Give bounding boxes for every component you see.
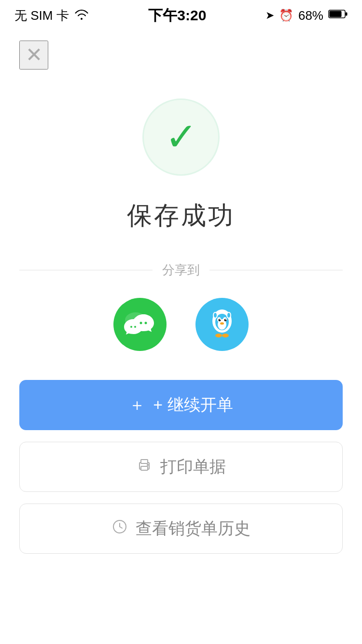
svg-point-22	[214, 313, 217, 318]
svg-point-7	[134, 326, 136, 328]
divider-line-right	[209, 270, 343, 270]
print-label: 打印单据	[160, 456, 226, 478]
wechat-share-button[interactable]	[113, 298, 167, 351]
wechat-icon	[123, 310, 157, 338]
svg-point-17	[220, 322, 224, 325]
history-icon	[111, 518, 128, 539]
battery-text: 68%	[298, 8, 323, 23]
status-bar: 无 SIM 卡 下午3:20 ➤ ⏰ 68%	[0, 0, 362, 31]
checkmark-icon: ✓	[165, 118, 197, 156]
location-icon: ➤	[265, 9, 274, 22]
close-icon: ✕	[26, 45, 42, 65]
svg-point-15	[220, 319, 221, 320]
continue-order-button[interactable]: ＋ + 继续开单	[19, 380, 343, 430]
svg-point-6	[130, 326, 132, 328]
qq-icon	[209, 308, 236, 341]
status-left: 无 SIM 卡	[14, 7, 89, 24]
svg-rect-2	[329, 11, 341, 17]
svg-rect-1	[345, 13, 347, 16]
svg-rect-26	[141, 466, 148, 470]
status-time: 下午3:20	[148, 6, 206, 26]
plus-icon: ＋	[129, 394, 145, 416]
no-sim-text: 无 SIM 卡	[14, 7, 69, 24]
svg-point-27	[147, 464, 149, 466]
battery-icon	[328, 9, 348, 22]
close-button[interactable]: ✕	[19, 41, 48, 70]
divider-line-left	[19, 270, 153, 270]
svg-point-5	[145, 322, 147, 324]
svg-point-19	[222, 334, 229, 337]
history-label: 查看销货单历史	[136, 518, 251, 540]
svg-point-23	[227, 313, 230, 318]
share-label: 分享到	[162, 262, 200, 279]
success-circle: ✓	[142, 98, 220, 176]
qq-share-button[interactable]	[195, 298, 249, 351]
continue-order-label: + 继续开单	[153, 394, 233, 416]
action-buttons: ＋ + 继续开单 打印单据 查看销货单历史	[19, 380, 343, 554]
printer-icon	[136, 457, 153, 477]
svg-point-16	[225, 319, 226, 320]
svg-point-14	[224, 319, 227, 322]
view-history-button[interactable]: 查看销货单历史	[19, 504, 343, 554]
svg-point-13	[219, 319, 221, 322]
alarm-icon: ⏰	[279, 9, 293, 22]
main-content: ✕ ✓ 保存成功 分享到	[0, 31, 362, 644]
svg-rect-25	[141, 460, 148, 463]
share-icons	[113, 298, 249, 351]
wifi-icon	[74, 8, 89, 23]
status-right: ➤ ⏰ 68%	[265, 8, 348, 23]
svg-point-18	[215, 334, 222, 337]
share-divider: 分享到	[19, 262, 343, 279]
svg-point-4	[140, 322, 142, 324]
print-button[interactable]: 打印单据	[19, 442, 343, 492]
success-title: 保存成功	[127, 199, 235, 233]
